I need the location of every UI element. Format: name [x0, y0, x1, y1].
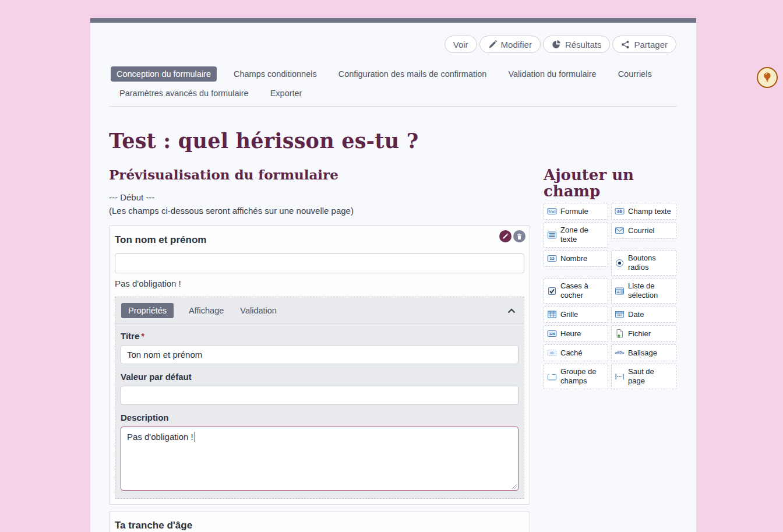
- add-field-label: Date: [628, 310, 644, 319]
- formula-icon: f(x): [547, 206, 557, 216]
- hidden-field-icon: ab: [547, 348, 557, 358]
- properties-subtabs: Propriétés Affichage Validation: [121, 301, 519, 318]
- description-textarea-value: Pas d'obligation !: [127, 432, 193, 442]
- pencil-icon: [488, 40, 497, 49]
- tab-conception-du-formulaire[interactable]: Conception du formulaire: [111, 66, 217, 82]
- tab-parametres-avances[interactable]: Paramètres avancés du formulaire: [115, 86, 253, 101]
- share-button-label: Partager: [634, 40, 668, 50]
- tab-validation-du-formulaire[interactable]: Validation du formulaire: [503, 66, 601, 82]
- collapse-panel-button[interactable]: [505, 305, 518, 316]
- add-field-boutons-radios[interactable]: Boutons radios: [611, 250, 676, 276]
- title-label-text: Titre: [121, 331, 139, 341]
- text-caret: [195, 432, 195, 442]
- edit-button-label: Modifier: [501, 40, 532, 50]
- chevron-up-icon: [507, 308, 516, 313]
- add-field-liste-de-selection[interactable]: Liste de sélection: [611, 278, 676, 304]
- view-button-label: Voir: [453, 40, 468, 50]
- add-field-label: Formule: [560, 207, 588, 216]
- tab-configuration-mails-confirmation[interactable]: Configuration des mails de confirmation: [334, 66, 492, 82]
- field-card: Ta tranche d'âge: [109, 512, 530, 532]
- add-field-saut-de-page[interactable]: Saut de page: [611, 364, 676, 389]
- add-field-cache[interactable]: ab Caché: [544, 344, 608, 361]
- form-action-bar: Voir Modifier Résultats Partager: [109, 36, 677, 53]
- calendar-icon: [615, 309, 625, 319]
- share-button[interactable]: Partager: [612, 36, 676, 53]
- svg-text:<H2>: <H2>: [615, 351, 624, 355]
- new-page-note: (Les champs ci-dessous seront affichés s…: [109, 206, 530, 216]
- svg-text:ab: ab: [549, 351, 554, 355]
- subtabs-divider: [115, 323, 524, 323]
- field-description-text: Pas d'obligation !: [115, 279, 524, 288]
- content-sheet: Voir Modifier Résultats Partager Concept…: [90, 18, 696, 532]
- subtab-validation[interactable]: Validation: [239, 303, 278, 318]
- add-field-groupe-de-champs[interactable]: Groupe de champs: [544, 364, 608, 389]
- add-field-label: Zone de texte: [560, 226, 605, 244]
- field-edit-button[interactable]: [499, 230, 512, 242]
- add-field-balisage[interactable]: <H2> Balisage: [611, 344, 676, 361]
- add-field-label: Courriel: [628, 226, 655, 235]
- share-icon: [621, 40, 630, 49]
- textarea-icon: [547, 230, 557, 240]
- add-field-formule[interactable]: f(x) Formule: [544, 203, 608, 220]
- add-field-label: Caché: [560, 348, 583, 358]
- help-button[interactable]: [757, 67, 778, 88]
- grid-icon: [547, 309, 557, 319]
- begin-marker: --- Début ---: [109, 192, 530, 202]
- svg-text:12: 12: [550, 256, 555, 261]
- subtab-proprietes[interactable]: Propriétés: [121, 303, 174, 318]
- subtab-affichage[interactable]: Affichage: [188, 303, 225, 318]
- field-preview-input[interactable]: [115, 253, 524, 273]
- textfield-icon: ab: [615, 206, 625, 216]
- add-field-courriel[interactable]: Courriel: [611, 222, 676, 239]
- resize-handle[interactable]: [511, 483, 517, 489]
- description-label: Description: [121, 413, 519, 422]
- add-field-heure[interactable]: 120 Heure: [544, 325, 608, 342]
- add-field-grille[interactable]: Grille: [544, 306, 608, 323]
- pie-chart-icon: [552, 40, 561, 49]
- required-asterisk: *: [141, 331, 144, 341]
- add-field-date[interactable]: Date: [611, 306, 676, 323]
- tab-courriels[interactable]: Courriels: [613, 66, 657, 82]
- title-field-input[interactable]: [121, 345, 519, 364]
- edit-button[interactable]: Modifier: [479, 36, 541, 53]
- add-field-cases-a-cocher[interactable]: Cases à cocher: [544, 278, 608, 304]
- add-field-label: Champ texte: [628, 207, 671, 216]
- checkbox-icon: [547, 286, 557, 296]
- default-value-label: Valeur par défaut: [121, 372, 519, 382]
- add-field-label: Groupe de champs: [560, 367, 605, 386]
- markup-icon: <H2>: [615, 348, 625, 358]
- add-field-label: Heure: [560, 329, 581, 339]
- add-field-label: Nombre: [560, 254, 587, 263]
- add-field-label: Cases à cocher: [560, 281, 605, 300]
- radio-icon: [615, 258, 625, 268]
- add-field-label: Fichier: [628, 329, 651, 339]
- select-icon: [615, 286, 625, 296]
- tab-exporter[interactable]: Exporter: [266, 86, 307, 101]
- results-button[interactable]: Résultats: [543, 36, 611, 53]
- fieldset-icon: [547, 372, 557, 382]
- description-textarea[interactable]: Pas d'obligation !: [121, 427, 519, 491]
- add-field-label: Boutons radios: [628, 253, 673, 272]
- form-preview-section: Prévisualisation du formulaire --- Début…: [109, 167, 530, 532]
- field-card-tools: [499, 230, 525, 242]
- field-title: Ta tranche d'âge: [115, 517, 524, 531]
- add-field-nombre[interactable]: 12 Nombre: [544, 250, 608, 267]
- pencil-icon: [502, 233, 509, 239]
- svg-text:ab: ab: [617, 209, 622, 214]
- default-value-input[interactable]: [121, 386, 519, 405]
- tab-champs-conditionnels[interactable]: Champs conditionnels: [229, 66, 322, 82]
- preview-heading: Prévisualisation du formulaire: [109, 167, 530, 182]
- field-delete-button[interactable]: [513, 230, 525, 242]
- add-field-label: Balisage: [628, 348, 657, 358]
- add-field-grid: f(x) Formule ab Champ texte Zone de text…: [544, 203, 676, 389]
- add-field-champ-texte[interactable]: ab Champ texte: [611, 203, 676, 220]
- add-field-fichier[interactable]: Fichier: [611, 325, 676, 342]
- field-properties-panel: Propriétés Affichage Validation Titre* V…: [115, 297, 524, 499]
- pagebreak-icon: [615, 372, 625, 382]
- add-field-label: Liste de sélection: [628, 281, 673, 300]
- add-field-zone-de-texte[interactable]: Zone de texte: [544, 222, 608, 248]
- add-field-label: Grille: [560, 310, 578, 319]
- file-upload-icon: [615, 329, 625, 339]
- view-button[interactable]: Voir: [445, 36, 477, 53]
- title-field-label: Titre*: [121, 331, 519, 341]
